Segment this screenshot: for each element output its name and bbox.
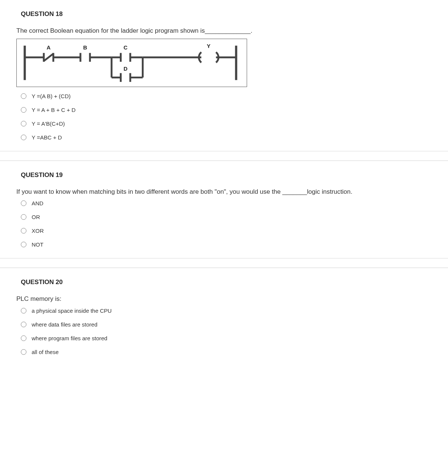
question-prompt: PLC memory is: (16, 294, 430, 304)
radio-option[interactable] (21, 121, 26, 126)
option-label: NOT (32, 241, 44, 248)
question-title: QUESTION 18 (21, 10, 430, 18)
radio-option[interactable] (21, 107, 26, 113)
question-title: QUESTION 20 (21, 279, 430, 286)
option-label: Y = A + B + C + D (32, 107, 76, 113)
question-block-19: QUESTION 19 If you want to know when mat… (0, 161, 448, 268)
option-label: AND (32, 200, 44, 206)
option-row[interactable]: XOR (21, 228, 430, 234)
option-row[interactable]: where program files are stored (21, 335, 430, 341)
option-row[interactable]: where data files are stored (21, 321, 430, 328)
option-row[interactable]: Y = A'B(C+D) (21, 120, 430, 127)
ladder-logic-diagram: A B C D (16, 39, 247, 87)
option-row[interactable]: AND (21, 200, 430, 206)
question-title: QUESTION 19 (21, 171, 430, 179)
option-row[interactable]: a physical space inside the CPU (21, 308, 430, 314)
option-row[interactable]: all of these (21, 349, 430, 355)
diagram-label-b: B (83, 44, 87, 50)
radio-option[interactable] (21, 214, 26, 220)
option-label: XOR (32, 228, 44, 234)
option-label: a physical space inside the CPU (32, 308, 112, 314)
option-row[interactable]: NOT (21, 241, 430, 248)
option-row[interactable]: Y = A + B + C + D (21, 107, 430, 113)
option-row[interactable]: Y =ABC + D (21, 134, 430, 141)
option-label: Y =ABC + D (32, 134, 62, 141)
option-label: Y =(A B) + (CD) (32, 93, 71, 99)
option-label: OR (32, 214, 40, 220)
option-row[interactable]: Y =(A B) + (CD) (21, 93, 430, 99)
options-list: a physical space inside the CPU where da… (21, 308, 430, 355)
radio-option[interactable] (21, 228, 26, 234)
option-label: where program files are stored (32, 335, 107, 341)
question-block-20: QUESTION 20 PLC memory is: a physical sp… (0, 268, 448, 372)
diagram-label-a: A (47, 44, 51, 50)
option-row[interactable]: OR (21, 214, 430, 220)
question-prompt: If you want to know when matching bits i… (16, 187, 430, 197)
radio-option[interactable] (21, 242, 26, 247)
quiz-page: QUESTION 18 The correct Boolean equation… (0, 0, 448, 372)
diagram-label-y: Y (207, 43, 211, 49)
radio-option[interactable] (21, 308, 26, 313)
question-prompt: The correct Boolean equation for the lad… (16, 26, 430, 36)
radio-option[interactable] (21, 93, 26, 99)
divider (0, 151, 448, 151)
option-label: Y = A'B(C+D) (32, 120, 65, 127)
options-list: Y =(A B) + (CD) Y = A + B + C + D Y = A'… (21, 93, 430, 141)
option-label: all of these (32, 349, 59, 355)
divider (0, 258, 448, 258)
option-label: where data files are stored (32, 321, 97, 328)
radio-option[interactable] (21, 335, 26, 341)
diagram-label-c: C (124, 44, 128, 50)
radio-option[interactable] (21, 135, 26, 140)
diagram-label-d: D (124, 65, 128, 71)
radio-option[interactable] (21, 200, 26, 206)
radio-option[interactable] (21, 322, 26, 327)
question-block-18: QUESTION 18 The correct Boolean equation… (0, 0, 448, 161)
options-list: AND OR XOR NOT (21, 200, 430, 248)
svg-line-5 (44, 54, 54, 61)
radio-option[interactable] (21, 349, 26, 355)
